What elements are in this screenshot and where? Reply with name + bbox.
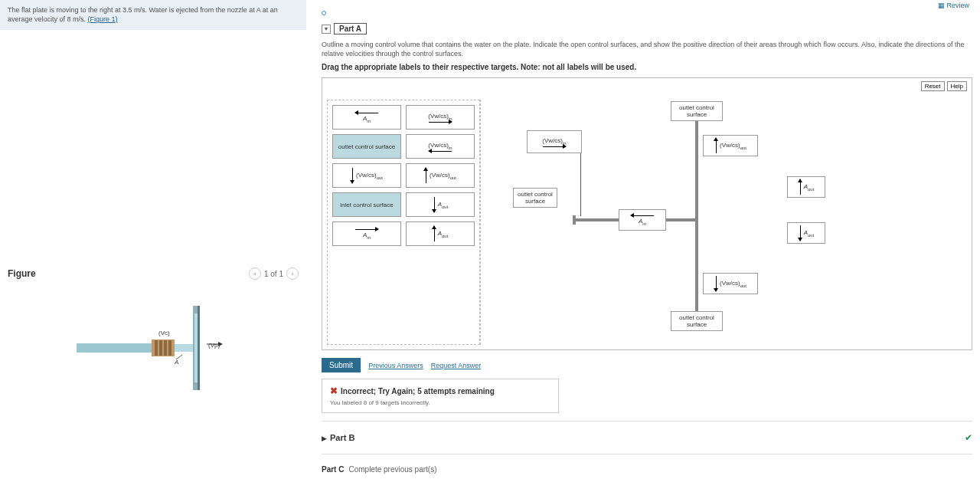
palette-item[interactable]: Aout <box>406 221 475 246</box>
svg-rect-8 <box>175 344 193 352</box>
svg-text:(Vc): (Vc) <box>158 330 170 336</box>
help-button[interactable]: Help <box>947 81 967 91</box>
part-b-header[interactable]: ▶Part B ✔ <box>322 429 972 446</box>
palette-item[interactable]: outlet control surface <box>332 134 401 159</box>
svg-text:A: A <box>174 359 178 366</box>
previous-answers-link[interactable]: Previous Answers <box>368 362 423 369</box>
part-a-header[interactable]: ▼ Part A <box>322 23 972 34</box>
drop-target[interactable]: (Vw/cs)out <box>703 135 758 156</box>
svg-rect-6 <box>164 340 167 356</box>
drop-target[interactable]: outlet control surface <box>671 311 723 331</box>
figure-heading: Figure <box>8 268 36 279</box>
collapse-arrow-icon[interactable]: ▼ <box>322 25 331 34</box>
pager-prev-button[interactable]: ‹ <box>249 267 261 280</box>
palette-item[interactable]: inlet control surface <box>332 192 401 217</box>
svg-rect-4 <box>155 340 158 356</box>
problem-text: The flat plate is moving to the right at… <box>8 6 278 23</box>
part-c-label: Part C <box>322 465 344 474</box>
left-panel: The flat plate is moving to the right at… <box>0 0 306 479</box>
review-link[interactable]: ▦ Review <box>938 2 969 9</box>
svg-rect-9 <box>194 313 198 382</box>
progress-circle-icon <box>322 11 326 15</box>
expand-arrow-icon: ▶ <box>322 435 327 442</box>
part-c-header: Part CComplete previous part(s) <box>322 462 972 477</box>
palette-item[interactable]: (Vw/cs)out <box>332 163 401 188</box>
drop-target[interactable]: outlet control surface <box>513 188 557 208</box>
svg-rect-5 <box>159 340 162 356</box>
drop-target[interactable]: Aout <box>787 176 825 198</box>
submit-button[interactable]: Submit <box>322 358 361 372</box>
drop-target[interactable]: outlet control surface <box>671 101 723 121</box>
svg-rect-2 <box>77 343 153 353</box>
svg-rect-1 <box>198 306 200 390</box>
svg-rect-7 <box>168 340 172 356</box>
submit-row: Submit Previous Answers Request Answer <box>322 358 972 372</box>
svg-line-15 <box>176 355 182 359</box>
palette-item[interactable]: (Vw/cs)out <box>406 163 475 188</box>
figure-pager: ‹ 1 of 1 › <box>249 267 299 280</box>
label-palette: Ain (Vw/cs)in outlet control surface (Vw… <box>327 100 480 345</box>
drag-workspace: Reset Help Ain (Vw/cs)in outlet control … <box>322 77 972 350</box>
part-c-status: Complete previous part(s) <box>348 465 436 474</box>
part-b-label: Part B <box>330 433 354 442</box>
checkmark-icon: ✔ <box>965 432 972 443</box>
request-answer-link[interactable]: Request Answer <box>431 362 482 369</box>
palette-item[interactable]: (Vw/cs)in <box>406 134 475 159</box>
pager-text: 1 of 1 <box>264 270 283 278</box>
drop-target[interactable]: Ain <box>619 209 666 231</box>
feedback-box: ✖Incorrect; Try Again; 5 attempts remain… <box>322 379 559 413</box>
incorrect-icon: ✖ <box>330 385 338 396</box>
figure-image: (Vc) (Vp) A <box>8 284 299 415</box>
problem-statement: The flat plate is moving to the right at… <box>0 0 306 30</box>
drop-target[interactable]: (Vw/cs)in <box>527 130 582 153</box>
palette-item[interactable]: Aout <box>406 192 475 217</box>
drop-canvas[interactable]: outlet control surface (Vw/cs)in (Vw/cs)… <box>480 100 967 345</box>
svg-marker-13 <box>218 342 223 346</box>
pager-next-button[interactable]: › <box>286 267 299 280</box>
figure-section: Figure ‹ 1 of 1 › <box>0 267 306 415</box>
drop-target[interactable]: Aout <box>787 222 825 244</box>
feedback-title: Incorrect; Try Again; 5 attempts remaini… <box>341 387 495 395</box>
part-a-instructions: Outline a moving control volume that con… <box>322 41 972 58</box>
drop-target[interactable]: (Vw/cs)out <box>703 273 758 294</box>
feedback-detail: You labeled 8 of 9 targets incorrectly. <box>330 399 550 406</box>
figure-link[interactable]: (Figure 1) <box>88 15 118 23</box>
part-a-label: Part A <box>334 23 367 34</box>
palette-item[interactable]: Ain <box>332 105 401 130</box>
palette-item[interactable]: Ain <box>332 221 401 246</box>
drag-instructions: Drag the appropriate labels to their res… <box>322 63 972 71</box>
palette-item[interactable]: (Vw/cs)in <box>406 105 475 130</box>
right-panel: ▦ Review ▼ Part A Outline a moving contr… <box>306 0 980 479</box>
reset-button[interactable]: Reset <box>921 81 945 91</box>
